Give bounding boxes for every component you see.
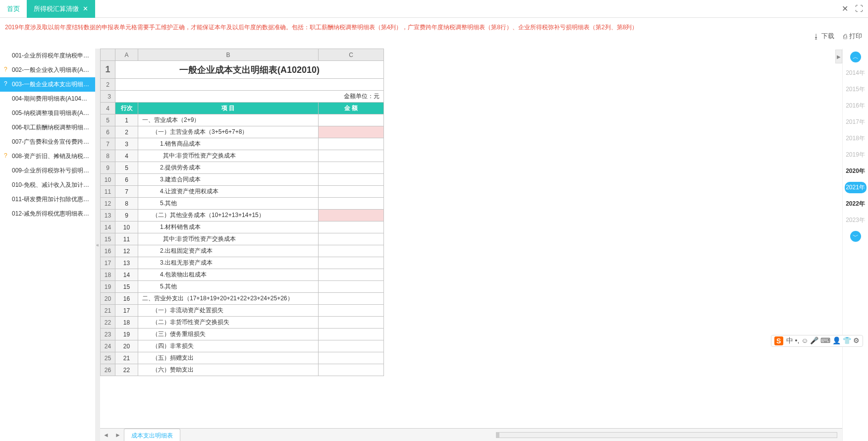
download-button[interactable]: ⭳ 下载 xyxy=(813,32,834,37)
print-button[interactable]: ⎙ 打印 xyxy=(843,32,862,37)
window-close-icon[interactable]: ✕ xyxy=(842,4,848,13)
download-label: 下载 xyxy=(821,32,834,37)
tab-home[interactable]: 首页 xyxy=(0,0,27,18)
warning-text: 2019年度涉及取以前年度结转数据的申报表单元格需要手工维护正确，才能保证本年及… xyxy=(0,18,868,37)
tab-active-label: 所得税汇算清缴 xyxy=(34,0,79,18)
window-expand-icon[interactable]: ⛶ xyxy=(855,4,863,13)
tab-active[interactable]: 所得税汇算清缴 ✕ xyxy=(27,0,95,18)
tab-close-icon[interactable]: ✕ xyxy=(83,0,88,18)
topbar: 首页 所得税汇算清缴 ✕ ✕ ⛶ xyxy=(0,0,868,18)
print-icon: ⎙ xyxy=(843,33,847,38)
print-label: 打印 xyxy=(849,32,862,37)
download-icon: ⭳ xyxy=(813,33,819,38)
